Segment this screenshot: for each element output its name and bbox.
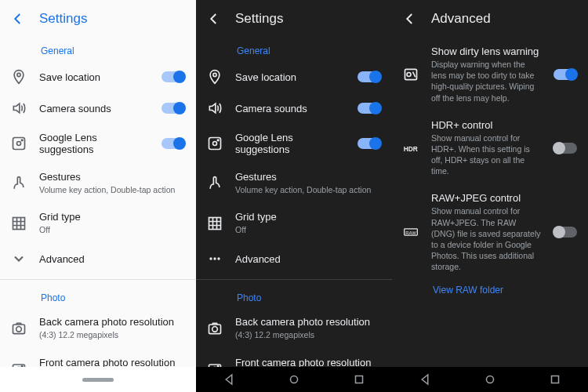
svg-point-15 xyxy=(209,258,212,260)
lens-icon xyxy=(11,136,27,151)
setting-label: Gestures xyxy=(235,171,381,183)
toggle-switch[interactable] xyxy=(358,103,381,114)
svg-rect-14 xyxy=(209,217,221,229)
setting-row-lens[interactable]: Google Lens suggestions xyxy=(0,124,196,163)
setting-text: Back camera photo resolution(4:3) 12.2 m… xyxy=(39,316,185,340)
hdr-icon: HDR xyxy=(403,140,419,156)
back-button[interactable] xyxy=(403,12,417,26)
setting-row-sound[interactable]: Camera sounds xyxy=(0,93,196,124)
setting-label: Back camera photo resolution xyxy=(235,316,381,328)
header: Settings xyxy=(196,0,392,38)
svg-point-16 xyxy=(213,258,216,260)
setting-row-hdr[interactable]: HDRHDR+ controlShow manual control for H… xyxy=(392,111,588,185)
gesture-icon xyxy=(207,176,223,191)
location-icon xyxy=(11,69,27,85)
divider xyxy=(196,279,392,280)
link-view-raw[interactable]: View RAW folder xyxy=(392,280,588,300)
camera-back-icon xyxy=(207,321,223,336)
setting-text: Grid typeOff xyxy=(39,211,185,235)
page-title: Settings xyxy=(235,11,283,27)
back-button[interactable] xyxy=(207,12,221,26)
navhome-button[interactable] xyxy=(287,372,301,387)
setting-row-location[interactable]: Save location xyxy=(196,61,392,93)
setting-row-grid[interactable]: Grid typeOff xyxy=(0,203,196,243)
dirty-icon xyxy=(403,67,419,82)
svg-point-2 xyxy=(17,142,21,146)
toggle-switch[interactable] xyxy=(554,69,577,80)
camera-back-icon xyxy=(11,321,27,336)
toggle-switch[interactable] xyxy=(358,71,381,82)
navrecent-button[interactable] xyxy=(352,372,366,387)
setting-label: Save location xyxy=(39,71,149,83)
nav-bar xyxy=(392,367,588,392)
setting-text: Back camera photo resolution(4:3) 12.2 m… xyxy=(235,316,381,340)
svg-point-19 xyxy=(212,326,218,332)
settings-panel: AdvancedShow dirty lens warningDisplay w… xyxy=(392,0,588,392)
setting-label: Camera sounds xyxy=(39,103,149,114)
page-title: Advanced xyxy=(431,11,491,27)
nav-pill[interactable] xyxy=(82,378,114,382)
setting-subtitle: Display warning when the lens may be too… xyxy=(431,59,541,103)
lens-icon xyxy=(207,136,223,151)
more-icon xyxy=(207,251,223,267)
setting-text: Show dirty lens warningDisplay warning w… xyxy=(431,45,541,103)
setting-text: Advanced xyxy=(39,253,185,265)
svg-point-30 xyxy=(486,376,493,383)
settings-panel: SettingsGeneralSave locationCamera sound… xyxy=(0,0,196,392)
nav-bar xyxy=(196,367,392,392)
setting-text: GesturesVolume key action, Double-tap ac… xyxy=(39,171,185,195)
svg-point-13 xyxy=(217,140,219,141)
svg-point-12 xyxy=(213,142,217,146)
svg-text:RAW: RAW xyxy=(405,230,416,235)
setting-label: Camera sounds xyxy=(235,103,345,114)
setting-label: Save location xyxy=(235,71,345,83)
section-header: General xyxy=(196,38,392,61)
toggle-switch[interactable] xyxy=(358,138,381,149)
setting-subtitle: (4:3) 12.2 megapixels xyxy=(235,329,381,340)
header: Advanced xyxy=(392,0,588,38)
setting-text: Advanced xyxy=(235,253,381,265)
setting-row-gesture[interactable]: GesturesVolume key action, Double-tap ac… xyxy=(196,163,392,203)
svg-rect-24 xyxy=(356,376,363,383)
setting-row-location[interactable]: Save location xyxy=(0,61,196,93)
setting-row-camera-back[interactable]: Back camera photo resolution(4:3) 12.2 m… xyxy=(196,308,392,348)
navrecent-button[interactable] xyxy=(548,372,562,387)
back-button[interactable] xyxy=(11,12,25,26)
sound-icon xyxy=(207,100,223,116)
setting-text: GesturesVolume key action, Double-tap ac… xyxy=(235,171,381,195)
raw-icon: RAW xyxy=(403,224,419,240)
setting-label: Google Lens suggestions xyxy=(235,132,345,155)
toggle-switch[interactable] xyxy=(162,138,185,149)
toggle-switch[interactable] xyxy=(554,227,577,238)
setting-row-camera-back[interactable]: Back camera photo resolution(4:3) 12.2 m… xyxy=(0,308,196,348)
content: GeneralSave locationCamera soundsGoogle … xyxy=(196,38,392,392)
setting-row-raw[interactable]: RAWRAW+JPEG controlShow manual control f… xyxy=(392,184,588,280)
setting-label: Advanced xyxy=(235,253,381,265)
toggle-switch[interactable] xyxy=(162,71,185,82)
setting-text: Save location xyxy=(39,71,149,83)
setting-row-grid[interactable]: Grid typeOff xyxy=(196,203,392,243)
setting-row-lens[interactable]: Google Lens suggestions xyxy=(196,124,392,163)
setting-subtitle: (4:3) 12.2 megapixels xyxy=(39,329,185,340)
toggle-switch[interactable] xyxy=(162,103,185,114)
grid-icon xyxy=(11,216,27,231)
svg-text:HDR: HDR xyxy=(404,145,418,153)
setting-row-dirty[interactable]: Show dirty lens warningDisplay warning w… xyxy=(392,38,588,111)
navhome-button[interactable] xyxy=(483,372,497,387)
setting-subtitle: Off xyxy=(39,224,185,235)
setting-row-expand[interactable]: Advanced xyxy=(0,243,196,274)
navback-button[interactable] xyxy=(222,372,236,387)
setting-row-more[interactable]: Advanced xyxy=(196,243,392,274)
toggle-switch[interactable] xyxy=(554,143,577,154)
navback-button[interactable] xyxy=(418,372,432,387)
svg-point-26 xyxy=(407,72,411,76)
gesture-icon xyxy=(11,176,27,191)
setting-label: Show dirty lens warning xyxy=(431,45,541,57)
svg-rect-4 xyxy=(13,217,25,229)
setting-row-gesture[interactable]: GesturesVolume key action, Double-tap ac… xyxy=(0,163,196,203)
svg-point-0 xyxy=(17,73,20,76)
setting-subtitle: Volume key action, Double-tap action xyxy=(235,184,381,195)
section-header: Photo xyxy=(196,285,392,308)
svg-point-23 xyxy=(290,376,297,383)
setting-row-sound[interactable]: Camera sounds xyxy=(196,93,392,124)
